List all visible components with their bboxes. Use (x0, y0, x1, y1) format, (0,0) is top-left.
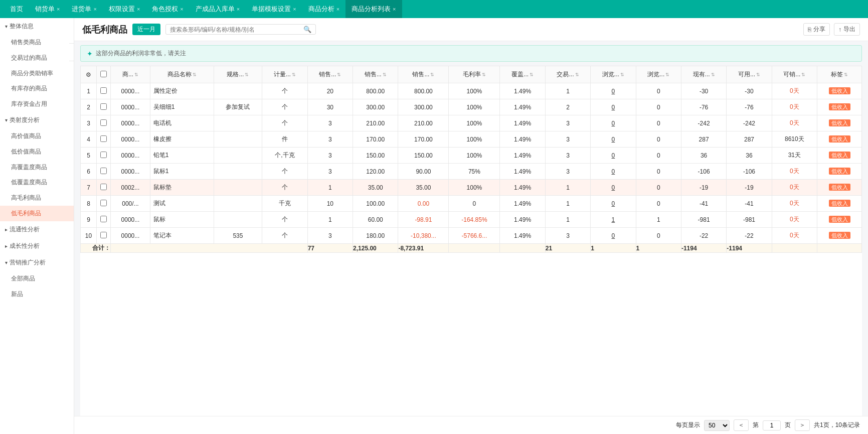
col-tag[interactable]: 标签⇅ (817, 66, 862, 83)
col-sales-qty[interactable]: 销售...⇅ (307, 66, 353, 83)
cell-checkbox[interactable] (97, 180, 111, 196)
cell-view1[interactable]: 0 (591, 196, 636, 212)
col-sellable[interactable]: 可销...⇅ (772, 66, 817, 83)
cell-tag: 低收入 (817, 99, 862, 115)
share-button[interactable]: ⎘ 分享 (803, 23, 830, 36)
sidebar-item-high-value[interactable]: 高价值商品 (0, 128, 74, 144)
cell-view1[interactable]: 0 (591, 180, 636, 196)
cell-view1[interactable]: 0 (591, 164, 636, 180)
sidebar-item-stock-capital[interactable]: 库存资金占用 (0, 96, 74, 112)
page-input[interactable] (763, 420, 781, 430)
cell-view1[interactable]: 0 (591, 228, 636, 244)
close-icon[interactable]: × (293, 6, 296, 12)
row-checkbox[interactable] (100, 152, 107, 158)
cell-sales-qty: 3 (307, 115, 353, 131)
cell-coverage: 1.49% (500, 228, 545, 244)
close-icon[interactable]: × (180, 6, 183, 12)
sidebar-item-category-rate[interactable]: 商品分类助销率 (0, 66, 74, 81)
cell-name: 橡皮擦 (150, 131, 214, 148)
row-checkbox[interactable] (100, 135, 107, 142)
cell-view1[interactable]: 0 (591, 99, 636, 115)
nav-purchase-order[interactable]: 进货单 × (66, 0, 102, 18)
row-checkbox[interactable] (100, 232, 107, 238)
cell-name: 测试 (150, 196, 214, 212)
filter-button[interactable]: 近一月 (132, 24, 160, 35)
cell-view1[interactable]: 0 (591, 148, 636, 164)
cell-view1[interactable]: 0 (591, 83, 636, 99)
col-settings[interactable]: ⚙ (81, 66, 97, 83)
sidebar-section-growth-analysis[interactable]: ▸ 成长性分析 (0, 238, 74, 254)
row-checkbox[interactable] (100, 216, 107, 222)
prev-page-button[interactable]: ＜ (734, 419, 749, 431)
cell-view1[interactable]: 0 (591, 131, 636, 148)
cell-view1[interactable]: 1 (591, 212, 636, 228)
col-sales-amount[interactable]: 销售...⇅ (398, 66, 449, 83)
nav-template-settings[interactable]: 单据模板设置 × (246, 0, 302, 18)
col-spec[interactable]: 规格...⇅ (214, 66, 262, 83)
nav-product-analysis[interactable]: 商品分析 × (302, 0, 345, 18)
col-gross-margin[interactable]: 毛利率⇅ (449, 66, 500, 83)
row-checkbox[interactable] (100, 184, 107, 190)
select-all-checkbox[interactable] (100, 71, 107, 77)
col-available[interactable]: 可用...⇅ (727, 66, 772, 83)
nav-sales-order[interactable]: 销货单 × (29, 0, 66, 18)
nav-product-warehouse[interactable]: 产成品入库单 × (190, 0, 246, 18)
nav-permissions[interactable]: 权限设置 × (103, 0, 146, 18)
footer-empty3 (500, 244, 545, 253)
sidebar-item-low-coverage[interactable]: 低覆盖度商品 (0, 175, 74, 190)
sidebar-section-marketing-analysis[interactable]: ▾ 营销推广分析 (0, 254, 74, 271)
close-icon[interactable]: × (57, 6, 60, 12)
cell-checkbox[interactable] (97, 212, 111, 228)
sidebar-collapse-button[interactable]: 《 (69, 43, 74, 61)
sidebar-item-low-value[interactable]: 低价值商品 (0, 144, 74, 160)
cell-checkbox[interactable] (97, 131, 111, 148)
sidebar-item-sales-goods[interactable]: 销售类商品 (0, 35, 74, 50)
sidebar-item-new-goods[interactable]: 新品 (0, 286, 74, 302)
sidebar-item-high-coverage[interactable]: 高覆盖度商品 (0, 160, 74, 175)
sidebar-section-category-analysis[interactable]: ▾ 类射度分析 (0, 112, 74, 128)
export-button[interactable]: ↑ 导出 (834, 23, 860, 36)
cell-checkbox[interactable] (97, 228, 111, 244)
row-checkbox[interactable] (100, 168, 107, 174)
cell-checkbox[interactable] (97, 148, 111, 164)
close-icon[interactable]: × (336, 6, 339, 12)
row-checkbox[interactable] (100, 119, 107, 126)
cell-checkbox[interactable] (97, 83, 111, 99)
col-checkbox[interactable] (97, 66, 111, 83)
col-view2[interactable]: 浏览...⇅ (636, 66, 681, 83)
col-sales-price[interactable]: 销售...⇅ (353, 66, 398, 83)
row-checkbox[interactable] (100, 200, 107, 206)
search-input[interactable] (170, 26, 303, 33)
sidebar-section-flow-analysis[interactable]: ▸ 流通性分析 (0, 221, 74, 238)
sidebar-item-all-goods[interactable]: 全部商品 (0, 271, 74, 286)
sidebar-item-traded-goods[interactable]: 交易过的商品 (0, 50, 74, 66)
col-coverage[interactable]: 覆盖...⇅ (500, 66, 545, 83)
col-current-stock[interactable]: 现有...⇅ (681, 66, 726, 83)
sidebar-section-overall[interactable]: ▾ 整体信息 (0, 18, 74, 35)
col-code[interactable]: 商...⇅ (111, 66, 150, 83)
nav-home[interactable]: 首页 (4, 0, 29, 18)
col-trade-count[interactable]: 交易...⇅ (545, 66, 590, 83)
cell-view2: 0 (636, 99, 681, 115)
col-unit[interactable]: 计量...⇅ (262, 66, 307, 83)
sidebar-item-stocked-goods[interactable]: 有库存的商品 (0, 81, 74, 96)
cell-checkbox[interactable] (97, 115, 111, 131)
cell-checkbox[interactable] (97, 164, 111, 180)
page-size-select[interactable]: 50 20 100 (704, 420, 730, 431)
row-checkbox[interactable] (100, 87, 107, 94)
row-checkbox[interactable] (100, 103, 107, 110)
col-view1[interactable]: 浏览...⇅ (591, 66, 636, 83)
close-icon[interactable]: × (93, 6, 96, 12)
close-icon[interactable]: × (137, 6, 140, 12)
nav-role-auth[interactable]: 角色授权 × (146, 0, 189, 18)
cell-checkbox[interactable] (97, 99, 111, 115)
sidebar-item-low-margin[interactable]: 低毛利商品 (0, 206, 74, 221)
cell-view1[interactable]: 0 (591, 115, 636, 131)
close-icon[interactable]: × (393, 6, 396, 12)
col-name[interactable]: 商品名称⇅ (150, 66, 214, 83)
next-page-button[interactable]: ＞ (795, 419, 810, 431)
close-icon[interactable]: × (237, 6, 240, 12)
sidebar-item-high-margin[interactable]: 高毛利商品 (0, 190, 74, 206)
nav-product-analysis-list[interactable]: 商品分析列表 × (345, 0, 402, 18)
cell-checkbox[interactable] (97, 196, 111, 212)
